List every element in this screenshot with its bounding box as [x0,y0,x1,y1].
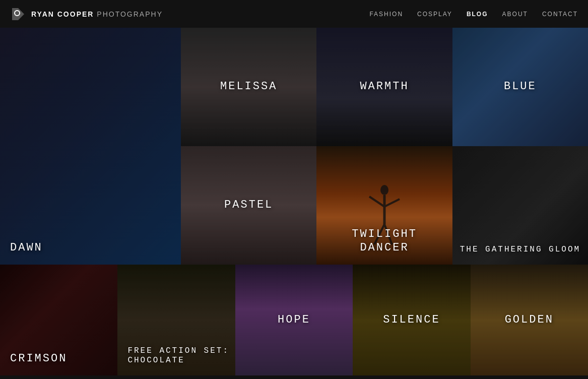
dawn-overlay [0,28,181,265]
warmth-label: WARMTH [360,80,409,93]
photo-grid: DAWN MELISSA WARMTH BLUE PASTEL [0,28,588,375]
grid-item-hope[interactable]: HOPE [235,265,353,375]
logo-name: RYAN COOPER [31,10,94,18]
hope-label: HOPE [278,313,310,327]
grid-item-melissa[interactable]: MELISSA [181,28,316,146]
crimson-label: CRIMSON [10,352,67,365]
dawn-label: DAWN [10,241,43,255]
nav-contact[interactable]: CONTACT [542,11,578,18]
grid-item-warmth[interactable]: WARMTH [316,28,452,146]
golden-label: GOLDEN [505,313,554,327]
freeaction-label: FREE ACTION SET: CHOCOLATE [127,346,235,365]
svg-point-1 [380,185,388,195]
nav-cosplay[interactable]: COSPLAY [417,11,452,18]
nav-blog[interactable]: BLOG [467,11,488,18]
site-header: RYAN COOPER PHOTOGRAPHY FASHION COSPLAY … [0,0,588,28]
twilight-label: TWILIGHT DANCER [334,228,435,255]
grid-item-crimson[interactable]: CRIMSON [0,265,117,375]
grid-item-golden[interactable]: GOLDEN [471,265,588,375]
grid-item-freeaction[interactable]: FREE ACTION SET: CHOCOLATE [117,265,235,375]
silence-label: SILENCE [383,313,440,327]
logo-tagline: PHOTOGRAPHY [97,10,163,18]
logo[interactable]: RYAN COOPER PHOTOGRAPHY [10,6,163,22]
melissa-label: MELISSA [220,80,277,93]
nav-about[interactable]: ABOUT [502,11,528,18]
main-nav: FASHION COSPLAY BLOG ABOUT CONTACT [369,11,578,18]
grid-item-twilight[interactable]: TWILIGHT DANCER [316,146,452,265]
grid-item-blue[interactable]: BLUE [452,28,588,146]
grid-item-dawn[interactable]: DAWN [0,28,181,265]
blue-label: BLUE [504,80,537,93]
grid-item-gathering[interactable]: THE GATHERING GLOOM [452,146,588,265]
pastel-label: PASTEL [224,199,273,212]
nav-fashion[interactable]: FASHION [369,11,403,18]
bottom-row: CRIMSON FREE ACTION SET: CHOCOLATE HOPE … [0,265,588,375]
grid-item-pastel[interactable]: PASTEL [181,146,316,265]
grid-item-silence[interactable]: SILENCE [353,265,470,375]
logo-icon [10,6,26,22]
gathering-label: THE GATHERING GLOOM [460,245,580,255]
svg-line-4 [384,199,400,207]
svg-line-3 [369,197,384,207]
